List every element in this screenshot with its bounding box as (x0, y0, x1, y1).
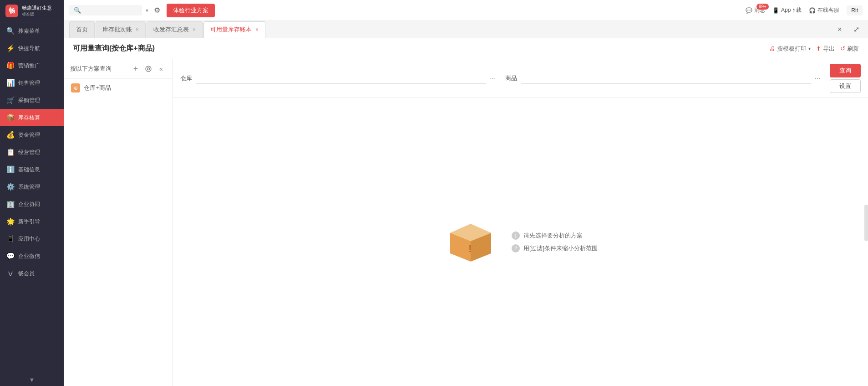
vip-icon: V (6, 269, 15, 278)
topbar-search-input[interactable] (84, 7, 125, 14)
refresh-label: 刷新 (847, 45, 859, 53)
query-btn[interactable]: 查询 (830, 64, 861, 77)
sidebar-label-vip: 畅会员 (18, 270, 35, 278)
sidebar-label-basic-info: 基础信息 (18, 166, 40, 174)
tab-collect-summary-label: 收发存汇总表 (153, 26, 189, 34)
warehouse-more-icon[interactable]: ··· (490, 74, 496, 82)
basic-info-icon: ℹ️ (6, 165, 15, 174)
sidebar-item-enterprise[interactable]: 🏢 企业协同 (0, 196, 64, 213)
product-input[interactable] (521, 73, 811, 84)
newbie-icon: 🌟 (6, 217, 15, 226)
print-template-btn[interactable]: 🖨 按模板打印 ▾ (769, 45, 811, 53)
search-menu-icon: 🔍 (6, 27, 15, 35)
tab-collect-summary-close[interactable]: × (193, 26, 196, 33)
sidebar-item-wechat[interactable]: 💬 企业微信 (0, 247, 64, 265)
topbar-gear-icon[interactable]: ⚙ (154, 6, 160, 15)
sidebar-item-vip[interactable]: V 畅会员 (0, 265, 64, 282)
sidebar-label-purchase: 采购管理 (18, 97, 40, 104)
brand-name: 畅康通好生意 (22, 5, 52, 11)
topbar: 🔍 ▾ ⚙ 体验行业方案 💬 消息 99+ 📱 App下载 🎧 在线客服 Rit (64, 0, 868, 21)
tab-available-ledger[interactable]: 可用量库存账本 × (203, 21, 265, 38)
sidebar-item-newbie[interactable]: 🌟 新手引导 (0, 213, 64, 230)
tab-home[interactable]: 首页 (69, 21, 95, 38)
tab-controls: × ⤢ (833, 23, 863, 36)
print-chevron-icon: ▾ (808, 46, 811, 51)
sidebar-scroll-down[interactable]: ▼ (0, 374, 64, 386)
refresh-btn[interactable]: ↺ 刷新 (840, 45, 859, 53)
empty-illustration: ! (443, 215, 498, 269)
sidebar: 畅 畅康通好生意 标准版 🔍 搜索菜单 ⚡ 快捷导航 🎁 营销推广 📊 销售管理… (0, 0, 64, 386)
scroll-indicator[interactable] (864, 205, 868, 241)
sidebar-item-sales[interactable]: 📊 销售管理 (0, 74, 64, 92)
wechat-icon: 💬 (6, 252, 15, 260)
purchase-icon: 🛒 (6, 96, 15, 104)
app-download-action[interactable]: 📱 App下载 (772, 6, 802, 14)
product-more-icon[interactable]: ··· (815, 74, 821, 82)
user-area[interactable]: Rit (847, 5, 863, 15)
empty-hints: 1 请先选择要分析的方案 2 用[过滤]条件来缩小分析范围 (512, 232, 598, 252)
sidebar-label-wechat: 企业微信 (18, 252, 40, 260)
sidebar-label-search-menu: 搜索菜单 (18, 27, 40, 35)
brand-area: 畅 畅康通好生意 标准版 (0, 0, 64, 22)
sidebar-item-search-menu[interactable]: 🔍 搜索菜单 (0, 22, 64, 40)
print-label: 按模板打印 (777, 45, 807, 53)
brand-badge: 标准版 (22, 11, 52, 17)
tab-collect-summary[interactable]: 收发存汇总表 × (147, 21, 203, 38)
settings-scheme-icon (145, 65, 152, 72)
sidebar-item-operations[interactable]: 📋 经营管理 (0, 144, 64, 161)
warehouse-input[interactable] (196, 73, 486, 84)
operations-icon: 📋 (6, 148, 15, 156)
message-action[interactable]: 💬 消息 99+ (746, 6, 765, 14)
hint-number-2: 2 (512, 244, 520, 252)
sidebar-label-marketing: 营销推广 (18, 62, 40, 70)
tab-batch-account[interactable]: 库存批次账 × (96, 21, 146, 38)
topbar-search-box[interactable]: 🔍 (69, 5, 142, 15)
sidebar-item-basic-info[interactable]: ℹ️ 基础信息 (0, 161, 64, 178)
product-label: 商品 (505, 74, 517, 82)
marketing-icon: 🎁 (6, 62, 15, 70)
refresh-icon: ↺ (840, 45, 845, 52)
empty-state: ! 1 请先选择要分析的方案 2 用[过滤]条件来缩小分析范围 (173, 98, 868, 386)
sidebar-item-inventory[interactable]: 📦 库存核算 (0, 109, 64, 126)
sidebar-item-quick-nav[interactable]: ⚡ 快捷导航 (0, 40, 64, 57)
filter-actions: 查询 设置 (830, 64, 861, 93)
page-header-actions: 🖨 按模板打印 ▾ ⬆ 导出 ↺ 刷新 (769, 45, 859, 53)
scheme-item-warehouse-product[interactable]: ⊕ 仓库+商品 (64, 79, 173, 97)
sidebar-item-app-center[interactable]: 📱 应用中心 (0, 230, 64, 247)
sidebar-label-enterprise: 企业协同 (18, 201, 40, 208)
filter-bar: 仓库 ··· 商品 ··· 查询 设置 (173, 59, 868, 98)
warehouse-label: 仓库 (180, 74, 192, 82)
filter-settings-btn[interactable]: 设置 (830, 79, 861, 93)
sidebar-label-inventory: 库存核算 (18, 114, 40, 122)
sidebar-item-purchase[interactable]: 🛒 采购管理 (0, 92, 64, 109)
message-badge: 99+ (756, 4, 769, 10)
sidebar-label-finance: 资金管理 (18, 131, 40, 139)
tab-bar: 首页 库存批次账 × 收发存汇总表 × 可用量库存账本 × × ⤢ (64, 21, 868, 38)
sidebar-item-marketing[interactable]: 🎁 营销推广 (0, 57, 64, 74)
add-scheme-btn[interactable]: + (131, 64, 141, 74)
sidebar-label-system: 系统管理 (18, 183, 40, 191)
tab-maximize-btn[interactable]: ⤢ (850, 23, 863, 36)
edit-scheme-btn[interactable] (143, 64, 153, 74)
print-icon: 🖨 (769, 45, 775, 52)
left-panel: 按以下方案查询 + « ⊕ 仓库+商品 (64, 59, 173, 386)
system-icon: ⚙️ (6, 183, 15, 191)
inventory-icon: 📦 (6, 113, 15, 122)
online-service-action[interactable]: 🎧 在线客服 (809, 6, 839, 14)
tab-close-btn[interactable]: × (833, 23, 846, 36)
industry-btn[interactable]: 体验行业方案 (167, 4, 215, 17)
tab-available-ledger-close[interactable]: × (255, 26, 259, 33)
page-header: 可用量查询(按仓库+商品) 🖨 按模板打印 ▾ ⬆ 导出 ↺ 刷新 (64, 38, 868, 59)
search-icon: 🔍 (74, 7, 81, 14)
collapse-panel-btn[interactable]: « (156, 64, 166, 74)
sales-icon: 📊 (6, 79, 15, 87)
topbar-dropdown-icon[interactable]: ▾ (146, 7, 148, 14)
sidebar-label-newbie: 新手引导 (18, 218, 40, 226)
sidebar-item-finance[interactable]: 💰 资金管理 (0, 126, 64, 144)
tab-batch-account-close[interactable]: × (136, 26, 139, 33)
enterprise-icon: 🏢 (6, 200, 15, 208)
tab-available-ledger-label: 可用量库存账本 (210, 26, 252, 34)
export-btn[interactable]: ⬆ 导出 (816, 45, 835, 53)
sidebar-item-system[interactable]: ⚙️ 系统管理 (0, 178, 64, 196)
export-icon: ⬆ (816, 45, 821, 52)
